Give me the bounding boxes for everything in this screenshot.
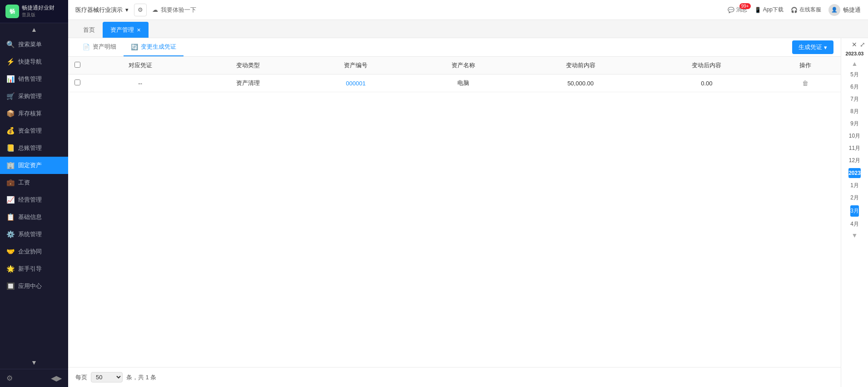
panel-close-button[interactable]: ✕	[851, 40, 858, 49]
cell-before-change: 50,000.00	[517, 74, 644, 92]
headset-icon: 🎧	[791, 7, 798, 13]
col-operation: 操作	[770, 57, 841, 74]
calendar-down-button[interactable]: ▼	[850, 230, 860, 241]
per-page-label: 每页	[75, 373, 87, 382]
logo-icon: 畅	[5, 5, 19, 18]
main-area: 医疗器械行业演示 ▾ ⚙ ☁ 我要体验一下 💬 消息 99+ 📱 App下载 🎧…	[68, 0, 868, 387]
month-7[interactable]: 7月	[841, 94, 868, 105]
asset-list-icon: 📄	[83, 44, 90, 50]
calendar-up-button[interactable]: ▲	[850, 58, 860, 69]
col-before-change: 变动前内容	[517, 57, 644, 74]
panel-expand-button[interactable]: ⤢	[859, 40, 866, 49]
current-year-badge: 2023	[848, 168, 861, 178]
tab-home[interactable]: 首页	[75, 22, 103, 38]
asset-no-link[interactable]: 000001	[346, 80, 366, 87]
system-icon: ⚙️	[6, 230, 15, 238]
app-icon: 📱	[754, 7, 761, 13]
sub-tab-bar: 📄 资产明细 🔄 变更生成凭证 生成凭证 ▾	[68, 38, 841, 57]
purchase-icon: 🛒	[6, 92, 15, 100]
sidebar-item-inventory[interactable]: 📦 库存核算	[0, 105, 68, 122]
pagination-bar: 每页 10 20 50 100 条，共 1 条	[68, 367, 841, 387]
sidebar-item-salary[interactable]: 💼 工资	[0, 174, 68, 191]
top-header: 医疗器械行业演示 ▾ ⚙ ☁ 我要体验一下 💬 消息 99+ 📱 App下载 🎧…	[68, 0, 868, 20]
month-3-active[interactable]: 3月	[850, 205, 859, 217]
sidebar-item-system[interactable]: ⚙️ 系统管理	[0, 226, 68, 243]
month-5[interactable]: 5月	[841, 69, 868, 80]
month-2[interactable]: 2月	[841, 192, 868, 203]
company-dropdown-icon: ▾	[125, 6, 129, 13]
tab-nav: 首页 资产管理 ✕	[68, 20, 868, 38]
asset-table: 对应凭证 变动类型 资产编号 资产名称	[68, 57, 841, 92]
sidebar-item-fixed-assets[interactable]: 🏢 固定资产	[0, 157, 68, 174]
dropdown-arrow-icon: ▾	[824, 44, 827, 51]
col-asset-no: 资产编号	[302, 57, 410, 74]
company-selector[interactable]: 医疗器械行业演示 ▾	[75, 6, 129, 14]
delete-row-button[interactable]: 🗑	[802, 79, 808, 87]
online-service-button[interactable]: 🎧 在线客服	[791, 6, 821, 14]
sub-tabs: 📄 资产明细 🔄 变更生成凭证	[75, 38, 184, 56]
total-label: 条，共 1 条	[126, 373, 156, 382]
message-button[interactable]: 💬 消息 99+	[728, 6, 747, 14]
table-wrapper: 对应凭证 变动类型 资产编号 资产名称	[68, 57, 841, 367]
col-change-type: 变动类型	[194, 57, 302, 74]
guide-icon: 🌟	[6, 265, 15, 273]
sub-tab-asset-list[interactable]: 📄 资产明细	[75, 38, 124, 56]
cell-after-change: 0.00	[644, 74, 770, 92]
sidebar: 畅 畅捷通好业财 普及版 ▲ 🔍 搜索菜单 ⚡ 快捷导航 📊 销售管理 🛒 采购…	[0, 0, 68, 387]
month-9[interactable]: 9月	[841, 118, 868, 129]
salary-icon: 💼	[6, 179, 15, 187]
basic-info-icon: 📋	[6, 213, 15, 221]
sub-tab-change-voucher[interactable]: 🔄 变更生成凭证	[124, 38, 184, 56]
month-10[interactable]: 10月	[841, 130, 868, 142]
cell-asset-name: 电脑	[410, 74, 517, 92]
app-download-button[interactable]: 📱 App下载	[754, 6, 784, 14]
sidebar-item-operations[interactable]: 📈 经营管理	[0, 191, 68, 208]
col-asset-name: 资产名称	[410, 57, 517, 74]
month-8[interactable]: 8月	[841, 106, 868, 117]
settings-bottom-icon[interactable]: ⚙	[6, 374, 13, 382]
sidebar-item-basic-info[interactable]: 📋 基础信息	[0, 208, 68, 226]
month-4[interactable]: 4月	[841, 218, 868, 230]
cell-voucher: --	[86, 74, 194, 92]
user-menu[interactable]: 👤 畅捷通	[828, 4, 861, 16]
row-checkbox[interactable]	[74, 79, 80, 85]
per-page-select[interactable]: 10 20 50 100	[91, 372, 123, 382]
message-icon: 💬	[728, 7, 734, 13]
enterprise-icon: 🤝	[6, 248, 15, 256]
experience-button[interactable]: ☁ 我要体验一下	[152, 6, 196, 14]
sidebar-item-purchase[interactable]: 🛒 采购管理	[0, 88, 68, 105]
sidebar-item-apps[interactable]: 🔲 应用中心	[0, 278, 68, 295]
month-11[interactable]: 11月	[841, 143, 868, 154]
sidebar-item-enterprise[interactable]: 🤝 企业协同	[0, 243, 68, 260]
collapse-icon[interactable]: ◀▶	[51, 374, 62, 382]
month-6[interactable]: 6月	[841, 81, 868, 93]
sidebar-item-quicknav[interactable]: ⚡ 快捷导航	[0, 53, 68, 70]
capital-icon: 💰	[6, 127, 15, 135]
sidebar-logo: 畅 畅捷通好业财 普及版	[0, 0, 68, 23]
panel-header: ✕ ⤢	[841, 38, 868, 49]
fixed-assets-icon: 🏢	[6, 161, 15, 169]
sidebar-item-sales[interactable]: 📊 销售管理	[0, 70, 68, 88]
month-1[interactable]: 1月	[841, 180, 868, 191]
user-avatar: 👤	[828, 4, 840, 16]
sidebar-scroll-down[interactable]: ▼	[29, 357, 39, 368]
tab-close-icon[interactable]: ✕	[137, 27, 141, 33]
company-name: 医疗器械行业演示	[75, 6, 123, 14]
sidebar-item-ledger[interactable]: 📒 总账管理	[0, 139, 68, 157]
logo-text: 畅捷通好业财 普及版	[22, 5, 55, 18]
col-voucher: 对应凭证	[86, 57, 194, 74]
sidebar-item-capital[interactable]: 💰 资金管理	[0, 122, 68, 139]
sidebar-nav: 🔍 搜索菜单 ⚡ 快捷导航 📊 销售管理 🛒 采购管理 📦 库存核算 💰 资金管…	[0, 36, 68, 356]
generate-voucher-button[interactable]: 生成凭证 ▾	[792, 40, 833, 54]
cell-change-type: 资产清理	[194, 74, 302, 92]
tab-asset-mgmt[interactable]: 资产管理 ✕	[103, 22, 149, 38]
settings-button[interactable]: ⚙	[134, 4, 147, 16]
sidebar-item-guide[interactable]: 🌟 新手引导	[0, 260, 68, 278]
month-12[interactable]: 12月	[841, 155, 868, 166]
sidebar-scroll-up[interactable]: ▲	[29, 24, 39, 35]
sidebar-item-search[interactable]: 🔍 搜索菜单	[0, 36, 68, 53]
operations-icon: 📈	[6, 196, 15, 204]
ledger-icon: 📒	[6, 144, 15, 152]
content-area: 📄 资产明细 🔄 变更生成凭证 生成凭证 ▾	[68, 38, 841, 387]
select-all-checkbox[interactable]	[74, 62, 80, 68]
